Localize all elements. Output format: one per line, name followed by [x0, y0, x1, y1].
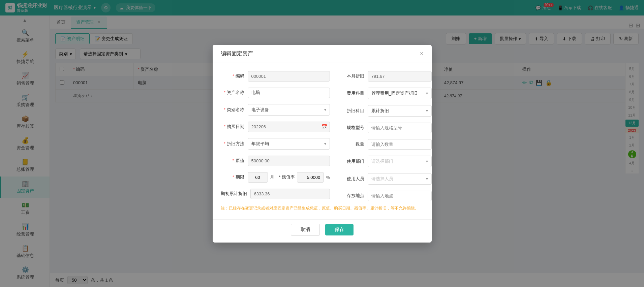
modal-header: 编辑固定资产 × — [213, 45, 432, 63]
form-row-dep-subject: 折旧科目 累计折旧 ▾ — [341, 105, 432, 117]
form-row-category: * 类别名称 电子设备 ▾ — [221, 104, 330, 116]
form-col-right: 本月折旧 费用科目 管理费用_固定资产折旧 ▾ 折旧科目 — [341, 71, 432, 201]
initial-acc-dep-input[interactable] — [250, 189, 330, 199]
quantity-label: 数量 — [341, 141, 364, 147]
period-unit: 月 — [270, 174, 274, 180]
purchase-date-label: * 购买日期 — [221, 124, 244, 130]
dept-select[interactable]: 请选择部门 ▾ — [368, 156, 432, 167]
category-arrow-icon: ▾ — [324, 107, 326, 112]
dep-method-arrow-icon: ▾ — [324, 141, 326, 146]
dep-subject-value: 累计折旧 — [371, 108, 389, 114]
monthly-dep-input[interactable] — [368, 71, 432, 82]
monthly-dep-label: 本月折旧 — [341, 73, 364, 79]
form-row-original-value: * 原值 — [221, 156, 330, 166]
expense-subject-select[interactable]: 管理费用_固定资产折旧 ▾ — [368, 88, 432, 99]
purchase-date-input-wrap: 📅 — [248, 122, 330, 132]
user-placeholder: 请选择人员 — [371, 176, 393, 182]
residual-rate-input[interactable] — [297, 172, 324, 183]
modal-footer: 取消 保存 — [213, 219, 432, 243]
form-row-expense-subject: 费用科目 管理费用_固定资产折旧 ▾ — [341, 88, 432, 99]
spec-model-label: 规格型号 — [341, 125, 364, 131]
category-select[interactable]: 电子设备 ▾ — [248, 104, 330, 116]
modal-edit-asset: 编辑固定资产 × * 编码 * — [213, 45, 432, 243]
form-row-monthly-dep: 本月折旧 — [341, 71, 432, 82]
dep-method-value: 年限平均 — [251, 141, 269, 147]
location-label: 存放地点 — [341, 193, 364, 199]
dep-subject-arrow-icon: ▾ — [426, 108, 428, 113]
code-input[interactable] — [248, 71, 330, 82]
modal-close-icon[interactable]: × — [420, 51, 424, 57]
user-arrow-icon: ▾ — [426, 177, 428, 181]
purchase-date-input[interactable] — [248, 122, 330, 132]
spec-model-input[interactable] — [368, 123, 432, 133]
dept-arrow-icon: ▾ — [426, 159, 428, 164]
dep-subject-label: 折旧科目 — [341, 108, 364, 114]
calendar-icon: 📅 — [321, 124, 327, 129]
category-value: 电子设备 — [251, 107, 269, 113]
form-row-dep-method: * 折旧方法 年限平均 ▾ — [221, 138, 330, 150]
original-value-label: * 原值 — [221, 158, 244, 164]
modal-body: * 编码 * 资产名称 * 类别名称 — [213, 63, 432, 219]
user-label: 使用人员 — [341, 176, 364, 182]
form-row-spec-model: 规格型号 — [341, 123, 432, 133]
form-col-left: * 编码 * 资产名称 * 类别名称 — [221, 71, 330, 201]
save-button[interactable]: 保存 — [325, 224, 354, 235]
period-label: * 期限 — [221, 174, 244, 180]
period-row: 月 * 残值率 % — [248, 172, 330, 183]
user-select[interactable]: 请选择人员 ▾ — [368, 173, 432, 185]
category-label: * 类别名称 — [221, 107, 244, 113]
form-row-location: 存放地点 — [341, 191, 432, 201]
form-row-initial-acc-dep: 期初累计折旧 — [221, 189, 330, 199]
original-value-input[interactable] — [248, 156, 330, 166]
asset-name-input[interactable] — [248, 88, 330, 98]
location-input[interactable] — [368, 191, 432, 201]
form-row-purchase-date: * 购买日期 📅 — [221, 122, 330, 132]
form-row-user: 使用人员 请选择人员 ▾ — [341, 173, 432, 185]
form-grid: * 编码 * 资产名称 * 类别名称 — [221, 71, 424, 201]
dept-label: 使用部门 — [341, 158, 364, 164]
expense-subject-label: 费用科目 — [341, 90, 364, 96]
dep-subject-select[interactable]: 累计折旧 ▾ — [368, 105, 432, 117]
dep-method-select[interactable]: 年限平均 ▾ — [248, 138, 330, 150]
form-row-code: * 编码 — [221, 71, 330, 82]
residual-pct-unit: % — [326, 175, 330, 180]
form-row-dept: 使用部门 请选择部门 ▾ — [341, 156, 432, 167]
modal-title: 编辑固定资产 — [221, 50, 253, 57]
dept-placeholder: 请选择部门 — [371, 158, 393, 164]
asset-name-label: * 资产名称 — [221, 90, 244, 96]
cancel-button[interactable]: 取消 — [291, 224, 320, 236]
expense-subject-arrow-icon: ▾ — [426, 91, 428, 96]
initial-acc-dep-label: 期初累计折旧 — [221, 191, 247, 197]
quantity-input[interactable] — [368, 139, 432, 150]
form-row-asset-name: * 资产名称 — [221, 88, 330, 98]
expense-subject-value: 管理费用_固定资产折旧 — [371, 90, 418, 96]
form-row-period: * 期限 月 * 残值率 % — [221, 172, 330, 183]
modal-note: 注：已经存在变更记录或者对应固定资产已经生成凭证，原值、购买日期、残值率、累计折… — [221, 205, 424, 211]
form-row-quantity: 数量 — [341, 139, 432, 150]
dep-method-label: * 折旧方法 — [221, 141, 244, 147]
code-label: * 编码 — [221, 73, 244, 79]
residual-rate-label: * 残值率 — [279, 174, 295, 180]
period-input[interactable] — [248, 172, 268, 183]
modal-overlay[interactable]: 编辑固定资产 × * 编码 * — [0, 0, 644, 287]
